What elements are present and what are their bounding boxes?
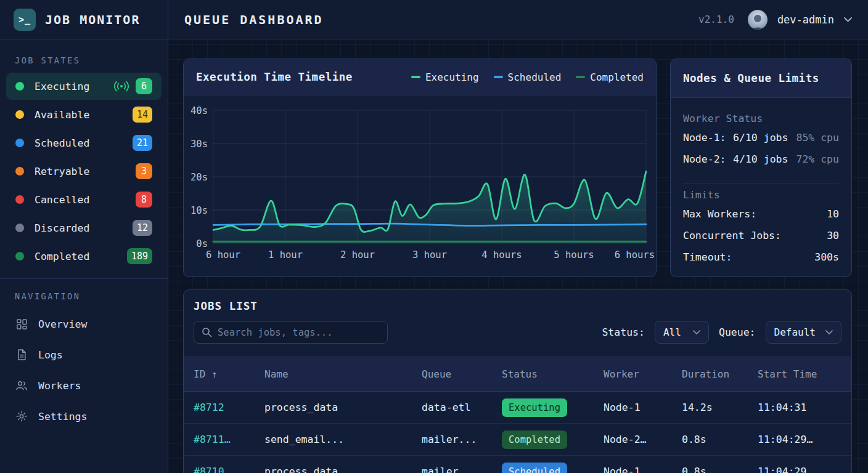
svg-text:4 hours: 4 hours: [481, 249, 522, 261]
sidebar-item-overview[interactable]: Overview: [0, 309, 168, 339]
status-badge: Scheduled: [502, 463, 567, 473]
sidebar-divider: [0, 278, 168, 279]
column-header-queue[interactable]: Queue: [422, 368, 502, 380]
column-header-status[interactable]: Status: [502, 368, 604, 380]
sidebar-item-completed[interactable]: Completed 189: [6, 243, 162, 270]
search-box[interactable]: [194, 321, 388, 344]
search-input[interactable]: [218, 327, 380, 338]
state-count-badge: 3: [136, 163, 152, 179]
nodes-card-title: Nodes & Queue Limits: [683, 72, 819, 84]
svg-text:0s: 0s: [196, 238, 208, 249]
sidebar-item-cancelled[interactable]: Cancelled 8: [6, 186, 162, 213]
svg-text:1 hour: 1 hour: [268, 249, 303, 261]
app-brand: >_ JOB MONITOR: [0, 0, 168, 39]
nav-label: Logs: [38, 349, 63, 361]
state-count-badge: 12: [133, 220, 152, 236]
available-state-dot: [15, 110, 24, 119]
document-icon: [15, 349, 28, 361]
completed-state-dot: [15, 252, 24, 261]
job-start-time: 11:04:31: [758, 402, 851, 413]
svg-text:2 hour: 2 hour: [340, 249, 375, 261]
state-count-badge: 21: [133, 135, 152, 151]
job-id-link[interactable]: #8710: [194, 466, 264, 473]
job-id-link[interactable]: #8712: [194, 402, 264, 413]
nodes-queue-limits-card: Nodes & Queue Limits Worker Status Node-…: [670, 59, 852, 277]
job-queue: mailer: [422, 466, 502, 473]
sidebar: JOB STATES Executing 6 Available 14 Sche…: [0, 39, 168, 473]
state-label: Scheduled: [35, 137, 89, 149]
header-main: QUEUE DASHBOARD v2.1.0 dev-admin: [168, 0, 868, 39]
column-header-start-time[interactable]: Start Time: [758, 368, 851, 380]
sidebar-item-logs[interactable]: Logs: [0, 339, 168, 370]
queue-filter-value: Default: [774, 326, 816, 338]
legend-item-completed[interactable]: Completed: [576, 71, 644, 83]
page-title: QUEUE DASHBOARD: [184, 12, 324, 27]
state-count-badge: 8: [136, 192, 152, 208]
discarded-state-dot: [15, 224, 24, 232]
svg-text:10s: 10s: [190, 205, 208, 216]
live-broadcast-icon: [113, 81, 129, 92]
job-id-link[interactable]: #8711…: [194, 434, 264, 445]
job-start-time: 11:04:29…: [758, 434, 851, 445]
state-label: Executing: [35, 81, 89, 92]
main-content: Execution Time Timeline Executing Schedu…: [168, 39, 868, 473]
sidebar-item-available[interactable]: Available 14: [6, 101, 162, 128]
limit-row-concurrent-jobs: Concurrent Jobs: 30: [683, 230, 839, 251]
nodes-card-divider: [683, 184, 839, 184]
sidebar-item-workers[interactable]: Workers: [0, 370, 168, 401]
svg-text:40s: 40s: [190, 105, 208, 116]
job-name: process_data: [264, 402, 422, 413]
sidebar-item-settings[interactable]: Settings: [0, 401, 168, 432]
legend-item-scheduled[interactable]: Scheduled: [494, 71, 562, 83]
svg-text:6 hour: 6 hour: [206, 249, 240, 261]
table-row[interactable]: #8711… send_email... mailer... Completed…: [184, 424, 851, 456]
scheduled-state-dot: [15, 139, 24, 147]
worker-cpu: 72% cpu: [796, 153, 839, 165]
column-header-id[interactable]: ID ↑: [194, 368, 264, 380]
gear-icon: [15, 410, 28, 422]
status-badge: Completed: [502, 431, 567, 449]
sidebar-item-scheduled[interactable]: Scheduled 21: [6, 129, 162, 156]
sidebar-item-retryable[interactable]: Retryable 3: [6, 158, 162, 185]
scheduled-legend-swatch: [494, 76, 503, 78]
legend-item-executing[interactable]: Executing: [411, 71, 479, 83]
jobs-list-title: JOBS LIST: [184, 300, 851, 312]
column-header-worker[interactable]: Worker: [604, 368, 682, 380]
worker-row-node-2: Node-2: 4/10 jobs 72% cpu: [683, 153, 839, 175]
table-row[interactable]: #8710 process_data mailer Scheduled Node…: [184, 456, 851, 473]
chevron-down-icon[interactable]: [844, 17, 852, 22]
sidebar-item-executing[interactable]: Executing 6: [6, 73, 162, 100]
jobs-list-card: JOBS LIST Status: All: [183, 289, 852, 473]
job-duration: 0.8s: [682, 434, 758, 445]
worker-status-label: Worker Status: [683, 113, 839, 124]
svg-text:5 hours: 5 hours: [554, 249, 594, 261]
column-header-name[interactable]: Name: [264, 368, 422, 380]
user-avatar[interactable]: [748, 10, 768, 30]
state-label: Cancelled: [35, 194, 89, 206]
version-label: v2.1.0: [698, 14, 734, 25]
completed-legend-swatch: [576, 76, 585, 78]
queue-filter-label: Queue:: [719, 326, 756, 338]
queue-filter-select[interactable]: Default: [766, 321, 841, 344]
sidebar-item-discarded[interactable]: Discarded 12: [6, 214, 162, 241]
timeline-chart: 0s10s20s30s40s6 hour1 hour2 hour3 hour4 …: [184, 95, 656, 277]
status-filter-select[interactable]: All: [655, 321, 709, 344]
worker-jobs: 6/10 jobs: [733, 132, 788, 144]
status-filter-value: All: [663, 326, 681, 338]
chevron-down-icon: [693, 330, 700, 334]
username-label[interactable]: dev-admin: [777, 14, 834, 26]
navigation-section-label: NAVIGATION: [0, 291, 168, 301]
chart-legend: Executing Scheduled Completed: [411, 71, 644, 83]
state-count-badge: 189: [127, 248, 152, 264]
app-title: JOB MONITOR: [45, 12, 140, 27]
column-header-duration[interactable]: Duration: [682, 368, 758, 380]
state-label: Retryable: [35, 166, 89, 177]
status-filter-label: Status:: [602, 326, 645, 338]
nav-label: Overview: [38, 318, 87, 330]
state-count-badge: 14: [133, 107, 152, 123]
svg-text:6 hours: 6 hours: [615, 249, 655, 261]
table-row[interactable]: #8712 process_data data-etl Executing No…: [184, 392, 851, 424]
svg-text:30s: 30s: [190, 139, 208, 150]
nav-label: Settings: [38, 411, 87, 422]
limits-label: Limits: [683, 189, 839, 201]
